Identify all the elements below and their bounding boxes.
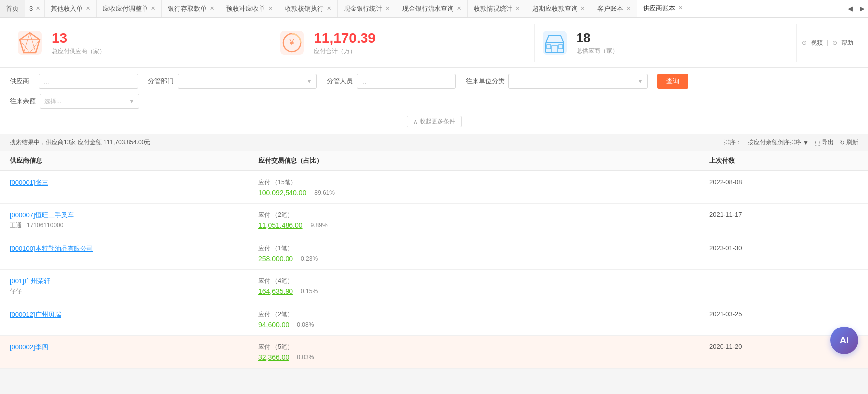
nav-tab-overdue-ar-close[interactable]: ✕ xyxy=(580,5,585,12)
col-header-supplier: 供应商信息 xyxy=(10,156,258,165)
last-payment-3: 2023-01-30 xyxy=(709,244,858,252)
transaction-label-2: 应付 （2笔） xyxy=(258,211,709,219)
nav-tab-3[interactable]: 3 ✕ xyxy=(25,0,45,18)
nav-right-arrow[interactable]: ▶ xyxy=(856,0,868,18)
stat-suppliers-number: 13 xyxy=(52,30,105,47)
refresh-button[interactable]: ↻ 刷新 xyxy=(840,138,858,147)
person-input[interactable]: ... xyxy=(357,74,456,89)
nav-tab-other-income-close[interactable]: ✕ xyxy=(86,5,90,12)
nav-left-arrow[interactable]: ◀ xyxy=(844,0,856,18)
nav-tab-receipt-verify-label: 收款核销执行 xyxy=(285,4,324,13)
balance-value: 选择... xyxy=(44,97,61,106)
supplier-link-2[interactable]: [000007]恒旺二手叉车 xyxy=(10,211,74,219)
transaction-amount-3[interactable]: 258,000.00 xyxy=(258,255,293,263)
transaction-amount-1[interactable]: 100,092,540.00 xyxy=(258,189,306,197)
stat-item-suppliers: 13 总应付供应商（家） xyxy=(10,24,272,62)
sort-select[interactable]: 按应付余额倒序排序 ▼ xyxy=(748,138,809,147)
category-label: 往来单位分类 xyxy=(466,77,505,86)
nav-tab-cash-stat-close[interactable]: ✕ xyxy=(385,5,390,12)
transaction-label-4: 应付 （4笔） xyxy=(258,277,709,285)
nav-tab-customer-ledger-close[interactable]: ✕ xyxy=(626,5,631,12)
last-payment-2: 2021-11-17 xyxy=(709,211,858,218)
video-link[interactable]: 视频 xyxy=(811,39,823,47)
results-actions: 排序： 按应付余额倒序排序 ▼ ⬚ 导出 ↻ 刷新 xyxy=(724,138,858,147)
table-row[interactable]: [000002]李四 应付 （5笔） 32,366.00 0.03% 2020-… xyxy=(0,336,868,369)
nav-tab-3-close[interactable]: ✕ xyxy=(36,5,40,12)
supplier-info-2: [000007]恒旺二手叉车 王通 17106110000 xyxy=(10,211,258,230)
transaction-amount-5[interactable]: 94,600.00 xyxy=(258,321,289,328)
supplier-info-6: [000002]李四 xyxy=(10,343,258,352)
stat-suppliers-label: 总应付供应商（家） xyxy=(52,47,105,56)
query-button[interactable]: 查询 xyxy=(657,74,688,89)
table-row[interactable]: [000001]张三 应付 （15笔） 100,092,540.00 89.61… xyxy=(0,171,868,204)
dept-select[interactable]: ▼ xyxy=(178,74,317,89)
nav-tab-receipt-verify-close[interactable]: ✕ xyxy=(327,5,331,12)
nav-tab-cash-stat[interactable]: 现金银行统计 ✕ xyxy=(338,0,396,18)
stat-total-content: 18 总供应商（家） xyxy=(577,30,618,55)
last-payment-5: 2021-03-25 xyxy=(709,310,858,318)
table-row[interactable]: [000012]广州贝瑞 应付 （2笔） 94,600.00 0.08% 202… xyxy=(0,303,868,336)
nav-tab-customer-ledger[interactable]: 客户账本 ✕ xyxy=(591,0,637,18)
divider: | xyxy=(827,39,828,46)
nav-tab-bank-deposit[interactable]: 银行存取款单 ✕ xyxy=(162,0,220,18)
supplier-link-3[interactable]: [000100]本特勒油品有限公司 xyxy=(10,245,93,252)
nav-tab-overdue-ar[interactable]: 超期应收款查询 ✕ xyxy=(526,0,591,18)
nav-tab-receipt-stat-label: 收款情况统计 xyxy=(474,4,512,13)
ai-button[interactable]: Ai xyxy=(830,327,858,354)
table-row[interactable]: [001]广州荣轩 仔仔 应付 （4笔） 164,635.90 0.15% xyxy=(0,270,868,303)
nav-tab-other-income[interactable]: 其他收入单 ✕ xyxy=(45,0,97,18)
supplier-info-5: [000012]广州贝瑞 xyxy=(10,310,258,319)
transaction-amount-6[interactable]: 32,366.00 xyxy=(258,353,289,361)
nav-tab-prepay-ar[interactable]: 预收冲应收单 ✕ xyxy=(220,0,279,18)
top-right-links: ⊙ 视频 | ⊙ 帮助 xyxy=(797,24,858,62)
transaction-amount-4[interactable]: 164,635.90 xyxy=(258,287,293,295)
nav-tab-supplier-ledger-label: 供应商账本 xyxy=(643,4,675,13)
last-payment-1: 2022-08-08 xyxy=(709,178,858,186)
nav-tab-ar-adjust[interactable]: 应收应付调整单 ✕ xyxy=(97,0,162,18)
collapse-button[interactable]: ∧ 收起更多条件 xyxy=(407,116,462,127)
nav-tab-home[interactable]: 首页 xyxy=(0,0,25,18)
nav-tab-receipt-stat[interactable]: 收款情况统计 ✕ xyxy=(468,0,526,18)
export-button[interactable]: ⬚ 导出 xyxy=(815,138,834,147)
svg-text:¥: ¥ xyxy=(289,38,294,47)
last-payment-date-2: 2021-11-17 xyxy=(709,211,742,218)
stat-item-total: 18 总供应商（家） xyxy=(535,24,797,62)
supplier-link-4[interactable]: [001]广州荣轩 xyxy=(10,277,50,285)
supplier-link-1[interactable]: [000001]张三 xyxy=(10,179,48,186)
results-summary: 搜索结果中，供应商13家 应付金额 111,703,854.00元 xyxy=(10,138,150,147)
category-select[interactable]: ▼ xyxy=(508,74,648,89)
nav-tab-prepay-ar-close[interactable]: ✕ xyxy=(268,5,273,12)
table-row[interactable]: [000100]本特勒油品有限公司 应付 （1笔） 258,000.00 0.2… xyxy=(0,237,868,270)
transaction-info-3: 应付 （1笔） 258,000.00 0.23% xyxy=(258,244,709,263)
nav-tab-receipt-verify[interactable]: 收款核销执行 ✕ xyxy=(279,0,338,18)
transaction-amount-2[interactable]: 11,051,486.00 xyxy=(258,221,303,229)
nav-tab-receipt-stat-close[interactable]: ✕ xyxy=(515,5,520,12)
transaction-info-6: 应付 （5笔） 32,366.00 0.03% xyxy=(258,343,709,361)
supplier-link-5[interactable]: [000012]广州贝瑞 xyxy=(10,311,61,318)
nav-tab-ar-adjust-close[interactable]: ✕ xyxy=(151,5,155,12)
filter-person: 分管人员 ... xyxy=(327,74,456,89)
svg-rect-14 xyxy=(559,45,563,49)
transaction-info-1: 应付 （15笔） 100,092,540.00 89.61% xyxy=(258,178,709,197)
filter-area: 供应商 ... 分管部门 ▼ 分管人员 ... 往来单位分类 ▼ xyxy=(0,68,868,134)
nav-tab-cash-flow-close[interactable]: ✕ xyxy=(457,5,461,12)
dept-label: 分管部门 xyxy=(148,77,174,86)
store-icon xyxy=(540,28,570,58)
table-row[interactable]: [000007]恒旺二手叉车 王通 17106110000 应付 （2笔） 11… xyxy=(0,204,868,237)
nav-tab-bank-deposit-close[interactable]: ✕ xyxy=(210,5,214,12)
nav-tab-supplier-ledger[interactable]: 供应商账本 ✕ xyxy=(637,0,689,18)
collapse-label: 收起更多条件 xyxy=(420,117,455,126)
nav-arrows: ◀ ▶ xyxy=(844,0,868,18)
help-link[interactable]: 帮助 xyxy=(841,39,853,47)
supplier-link-6[interactable]: [000002]李四 xyxy=(10,343,48,351)
nav-tab-cash-flow[interactable]: 现金银行流水查询 ✕ xyxy=(396,0,468,18)
nav-tab-supplier-ledger-close[interactable]: ✕ xyxy=(678,5,683,11)
supplier-info-1: [000001]张三 xyxy=(10,178,258,187)
filter-supplier: 供应商 ... xyxy=(10,74,138,89)
top-navigation: 首页 3 ✕ 其他收入单 ✕ 应收应付调整单 ✕ 银行存取款单 ✕ 预收冲应收单… xyxy=(0,0,868,18)
stat-amount-content: 11,170.39 应付合计（万） xyxy=(314,30,376,56)
dept-chevron: ▼ xyxy=(306,78,312,85)
balance-select[interactable]: 选择... ▼ xyxy=(40,94,139,109)
nav-tab-other-income-label: 其他收入单 xyxy=(51,4,83,13)
supplier-input[interactable]: ... xyxy=(39,74,138,89)
